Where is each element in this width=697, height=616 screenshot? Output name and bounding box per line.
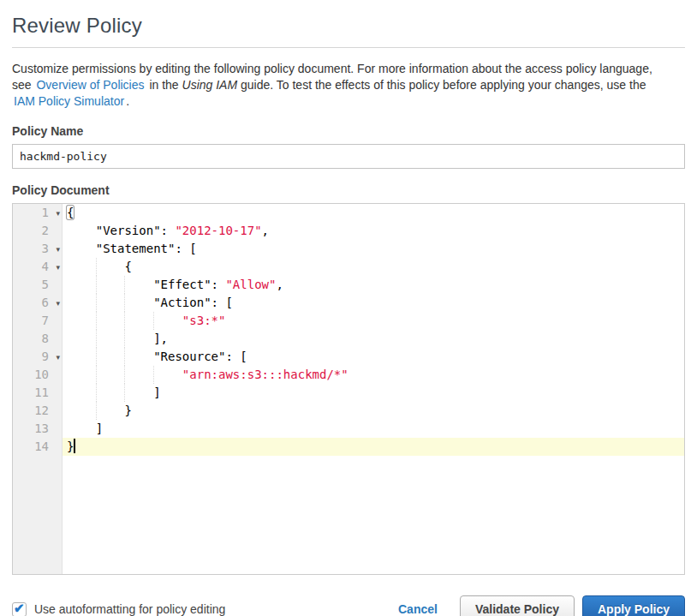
editor-line[interactable]: 6▾ "Action": [ <box>13 294 684 312</box>
indent-guide <box>153 366 154 384</box>
code-token: ] <box>67 422 103 435</box>
autoformat-option: ✔ Use autoformatting for policy editing <box>12 602 225 616</box>
indent-guide <box>96 258 97 276</box>
editor-line-content[interactable]: } <box>63 438 684 456</box>
line-number: 7 <box>42 314 49 327</box>
editor-line[interactable]: 5 "Effect": "Allow", <box>13 276 684 294</box>
page-title: Review Policy <box>12 12 685 38</box>
line-number: 5 <box>42 278 49 291</box>
editor-line[interactable]: 8 ], <box>13 330 684 348</box>
line-number: 6 <box>42 296 49 309</box>
editor-line-content[interactable]: ], <box>63 330 684 348</box>
editor-line-content[interactable]: } <box>63 402 684 420</box>
editor-line-gutter: 5 <box>13 276 63 294</box>
indent-guide <box>124 276 125 294</box>
line-number: 8 <box>42 332 49 345</box>
line-number: 11 <box>34 386 49 399</box>
indent-guide <box>124 348 125 366</box>
editor-line-gutter: 3▾ <box>13 240 63 258</box>
text-cursor <box>74 439 75 453</box>
iam-policy-simulator-link[interactable]: IAM Policy Simulator <box>12 94 126 108</box>
indent-guide <box>124 366 125 384</box>
editor-line-content[interactable]: "Statement": [ <box>63 240 684 258</box>
code-token: , <box>276 278 283 291</box>
editor-line[interactable]: 2 "Version": "2012-10-17", <box>13 222 684 240</box>
editor-line-gutter: 10 <box>13 366 63 384</box>
editor-line-content[interactable]: "Version": "2012-10-17", <box>63 222 684 240</box>
code-token: ] <box>67 386 161 399</box>
overview-of-policies-link[interactable]: Overview of Policies <box>34 78 146 92</box>
editor-line-gutter: 6▾ <box>13 294 63 312</box>
autoformat-label: Use autoformatting for policy editing <box>34 602 225 616</box>
editor-line[interactable]: 14} <box>13 438 684 456</box>
code-token: } <box>67 440 74 453</box>
code-token: "Version": <box>67 224 175 237</box>
intro-text: guide. To test the effects of this polic… <box>237 78 646 92</box>
indent-guide <box>96 330 97 348</box>
fold-toggle-icon[interactable]: ▾ <box>56 259 60 277</box>
editor-line-gutter: 14 <box>13 438 63 456</box>
editor-line-content[interactable]: { <box>63 204 684 222</box>
editor-line[interactable]: 7 "s3:*" <box>13 312 684 330</box>
policy-name-input[interactable] <box>12 144 685 169</box>
editor-line[interactable]: 3▾ "Statement": [ <box>13 240 684 258</box>
editor-line-content[interactable]: "Action": [ <box>63 294 684 312</box>
editor-line[interactable]: 10 "arn:aws:s3:::hackmd/*" <box>13 366 684 384</box>
code-token: { <box>67 206 74 219</box>
indent-guide <box>153 312 154 330</box>
fold-toggle-icon[interactable]: ▾ <box>56 349 60 367</box>
autoformat-checkbox[interactable]: ✔ <box>12 602 27 616</box>
line-number: 14 <box>34 440 49 453</box>
footer-action-bar: ✔ Use autoformatting for policy editing … <box>12 595 685 616</box>
editor-line[interactable]: 1▾{ <box>13 204 684 222</box>
code-token: { <box>67 260 132 273</box>
title-divider <box>12 47 685 48</box>
fold-toggle-icon[interactable]: ▾ <box>56 295 60 313</box>
code-token: ], <box>67 332 168 345</box>
fold-toggle-icon[interactable]: ▾ <box>56 205 60 223</box>
fold-toggle-icon[interactable]: ▾ <box>56 241 60 259</box>
editor-line-content[interactable]: ] <box>63 384 684 402</box>
editor-line[interactable]: 13 ] <box>13 420 684 438</box>
policy-document-label: Policy Document <box>12 183 685 197</box>
code-string-token: "arn:aws:s3:::hackmd/*" <box>182 368 348 381</box>
indent-guide <box>124 294 125 312</box>
editor-line[interactable]: 12 } <box>13 402 684 420</box>
line-number: 13 <box>34 422 49 435</box>
review-policy-page: Review Policy Customize permissions by e… <box>0 0 697 616</box>
editor-line-content[interactable]: "Effect": "Allow", <box>63 276 684 294</box>
policy-editor-lines[interactable]: 1▾{2 "Version": "2012-10-17",3▾ "Stateme… <box>13 204 684 456</box>
apply-policy-button[interactable]: Apply Policy <box>582 595 685 616</box>
using-iam-guide-name: Using IAM <box>182 78 238 92</box>
editor-line-content[interactable]: "s3:*" <box>63 312 684 330</box>
editor-line-content[interactable]: "arn:aws:s3:::hackmd/*" <box>63 366 684 384</box>
editor-line[interactable]: 9▾ "Resource": [ <box>13 348 684 366</box>
indent-guide <box>96 312 97 330</box>
indent-guide <box>124 312 125 330</box>
code-string-token: "2012-10-17" <box>175 224 261 237</box>
validate-policy-button[interactable]: Validate Policy <box>460 595 575 616</box>
editor-line-gutter: 9▾ <box>13 348 63 366</box>
line-number: 1 <box>42 206 49 219</box>
code-string-token: "Allow" <box>225 278 276 291</box>
intro-text: Customize permissions by editing the fol… <box>12 62 652 75</box>
intro-text: in the <box>146 78 182 92</box>
editor-line-gutter: 11 <box>13 384 63 402</box>
indent-guide <box>96 276 97 294</box>
code-token: "Statement": [ <box>67 242 197 255</box>
policy-name-label: Policy Name <box>12 124 685 138</box>
editor-line-gutter: 1▾ <box>13 204 63 222</box>
intro-paragraph: Customize permissions by editing the fol… <box>12 61 685 110</box>
indent-guide <box>96 384 97 402</box>
intro-text: . <box>126 94 129 108</box>
cancel-link[interactable]: Cancel <box>398 602 438 616</box>
policy-document-editor[interactable]: 1▾{2 "Version": "2012-10-17",3▾ "Stateme… <box>12 203 685 575</box>
editor-line-content[interactable]: { <box>63 258 684 276</box>
editor-line-content[interactable]: ] <box>63 420 684 438</box>
editor-line[interactable]: 4▾ { <box>13 258 684 276</box>
editor-line[interactable]: 11 ] <box>13 384 684 402</box>
editor-line-content[interactable]: "Resource": [ <box>63 348 684 366</box>
code-string-token: "s3:*" <box>182 314 226 327</box>
editor-line-gutter: 7 <box>13 312 63 330</box>
indent-guide <box>96 348 97 366</box>
